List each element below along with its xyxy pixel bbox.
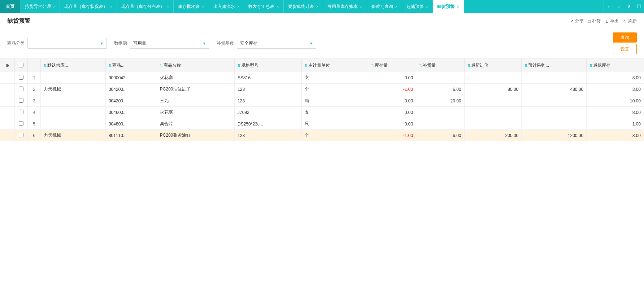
tab-close-icon[interactable]: × xyxy=(110,4,112,9)
row-checkbox-cell[interactable] xyxy=(15,118,28,130)
share-button[interactable]: ↗ 分享 xyxy=(570,18,584,24)
tab-close-icon[interactable]: × xyxy=(202,4,204,9)
col-min-stock[interactable]: ⇅最低库存 xyxy=(587,59,644,72)
datasource-arrow-icon: ▼ xyxy=(203,41,206,45)
row-num: 3 xyxy=(28,95,41,107)
row-replenish xyxy=(416,107,464,118)
tab-inventory-status[interactable]: 现存量（库存状况表）× xyxy=(60,0,117,13)
col-spec[interactable]: ⇅规格型号 xyxy=(235,59,302,72)
tab-inout-flow[interactable]: 出入库流水× xyxy=(209,0,244,13)
row-checkbox-cell[interactable] xyxy=(15,107,28,118)
tab-label: 库存批次账 xyxy=(178,4,200,10)
query-button[interactable]: 查询 xyxy=(613,32,637,43)
row-checkbox-cell[interactable] xyxy=(15,72,28,84)
tab-close-icon[interactable]: × xyxy=(426,4,428,9)
row-min-stock: 10.00 xyxy=(587,95,644,107)
tab-close-icon[interactable]: × xyxy=(457,4,459,9)
tab-close-icon[interactable]: × xyxy=(395,4,397,9)
datasource-value: 可用量 xyxy=(133,40,146,47)
row-checkbox[interactable] xyxy=(19,133,23,137)
col-name[interactable]: ⇅商品名称 xyxy=(157,59,234,72)
row-spec: SS816 xyxy=(235,72,302,84)
tab-nav-buttons: ‹ › ✗ ☐ xyxy=(604,0,644,13)
row-gear-cell xyxy=(0,118,15,130)
row-spec: 123 xyxy=(235,130,302,141)
row-code: 004200... xyxy=(105,95,157,107)
tab-expiry-query[interactable]: 保质期查询× xyxy=(367,0,402,13)
row-checkbox-cell[interactable] xyxy=(15,95,28,107)
col-unit[interactable]: ⇅主计量单位 xyxy=(301,59,368,72)
tab-shortage-warn[interactable]: 缺货预警× xyxy=(433,0,464,13)
col-stock[interactable]: ⇅库存量 xyxy=(368,59,416,72)
row-supplier xyxy=(41,95,106,107)
datasource-select[interactable]: 可用量 ▼ xyxy=(130,38,209,49)
settings-button[interactable]: 设置 xyxy=(613,44,637,54)
col-est-purchase[interactable]: ⇅预计采购... xyxy=(522,59,587,72)
row-checkbox[interactable] xyxy=(19,75,23,80)
tab-close-icon[interactable]: × xyxy=(277,4,279,9)
row-spec: DS250*23c... xyxy=(235,118,302,130)
row-checkbox[interactable] xyxy=(19,110,23,114)
tab-restore-button[interactable]: ✗ xyxy=(624,0,634,13)
page-title: 缺货预警 xyxy=(7,17,30,25)
row-spec: 123 xyxy=(235,95,302,107)
tab-maximize-button[interactable]: ☐ xyxy=(634,0,644,13)
tab-collect-summary[interactable]: 收发存汇总表× xyxy=(244,0,283,13)
col-latest-price[interactable]: ⇅最新进价 xyxy=(464,59,522,72)
replenish-base-label: 补货基数 xyxy=(217,40,234,47)
tab-close-icon[interactable]: × xyxy=(360,4,362,9)
tab-bar: 首页拣货异常处理×现存量（库存状况表）×现存量（库存分布表）×库存批次账×出入库… xyxy=(0,0,644,13)
replenish-base-select[interactable]: 安全库存 ▼ xyxy=(237,38,316,49)
category-select[interactable]: ▼ xyxy=(27,38,107,49)
col-gear[interactable]: ⚙ xyxy=(0,59,15,72)
table-header-row: ⚙ ⇅默认供应... ⇅商品... ⇅商品名称 ⇅规格型号 ⇅主计量单位 ⇅库存… xyxy=(0,59,644,72)
col-code[interactable]: ⇅商品... xyxy=(105,59,157,72)
replenish-button[interactable]: □ 补货 xyxy=(588,18,601,24)
row-est-purchase: 1200.00 xyxy=(522,130,587,141)
datasource-label: 数据源 xyxy=(114,40,127,47)
tab-available-ledger[interactable]: 可用量库存账本× xyxy=(323,0,367,13)
replenish-base-arrow-icon: ▼ xyxy=(309,41,313,45)
tab-label: 首页 xyxy=(6,4,14,10)
export-icon: ⤓ xyxy=(605,19,609,24)
refresh-button[interactable]: ↻ 刷新 xyxy=(623,18,637,24)
tab-batch-account[interactable]: 库存批次账× xyxy=(174,0,209,13)
tab-close-icon[interactable]: × xyxy=(53,4,55,9)
page-header: 缺货预警 ↗ 分享 □ 补货 ⤓ 导出 ↻ 刷新 xyxy=(0,13,644,28)
tab-next-button[interactable]: › xyxy=(614,0,624,13)
row-unit: 箱 xyxy=(301,95,368,107)
tab-close-icon[interactable]: × xyxy=(167,4,169,9)
row-replenish xyxy=(416,118,464,130)
row-checkbox[interactable] xyxy=(19,121,23,126)
row-checkbox[interactable] xyxy=(19,98,23,103)
row-latest-price: 200.00 xyxy=(464,130,522,141)
tab-overstock-warn[interactable]: 超储预警× xyxy=(402,0,433,13)
category-filter-group: 商品分类 ▼ xyxy=(7,38,107,49)
row-unit: 个 xyxy=(301,84,368,95)
row-checkbox[interactable] xyxy=(19,87,23,91)
tab-close-icon[interactable]: × xyxy=(237,4,239,9)
row-name: PC200油缸缸子 xyxy=(157,84,234,95)
tab-home[interactable]: 首页 xyxy=(0,0,21,13)
col-supplier[interactable]: ⇅默认供应... xyxy=(41,59,106,72)
replenish-icon: □ xyxy=(588,19,591,24)
export-button[interactable]: ⤓ 导出 xyxy=(605,18,619,24)
tab-close-icon[interactable]: × xyxy=(316,4,318,9)
tab-anomaly[interactable]: 拣货异常处理× xyxy=(21,0,60,13)
table-row: 4 004600... 火花塞 J7092 支 0.00 8.00 xyxy=(0,107,644,118)
tab-inventory-dist[interactable]: 现存量（库存分布表）× xyxy=(117,0,174,13)
category-arrow-icon: ▼ xyxy=(100,41,104,45)
row-checkbox-cell[interactable] xyxy=(15,130,28,141)
row-checkbox-cell[interactable] xyxy=(15,84,28,95)
tab-prev-button[interactable]: ‹ xyxy=(604,0,614,13)
table-row: 2 力天机械 004200... PC200油缸缸子 123 个 -1.00 6… xyxy=(0,84,644,95)
col-rownum xyxy=(28,59,41,72)
tab-demand-stats[interactable]: 要货单统计表× xyxy=(284,0,323,13)
col-checkbox-header[interactable] xyxy=(15,59,28,72)
select-all-checkbox[interactable] xyxy=(19,63,23,67)
tab-label: 可用量库存账本 xyxy=(327,4,358,10)
row-name: PC200张紧油缸 xyxy=(157,130,234,141)
col-replenish[interactable]: ⇅补货量 xyxy=(416,59,464,72)
filter-action-buttons: 查询 设置 xyxy=(613,32,637,54)
row-num: 4 xyxy=(28,107,41,118)
